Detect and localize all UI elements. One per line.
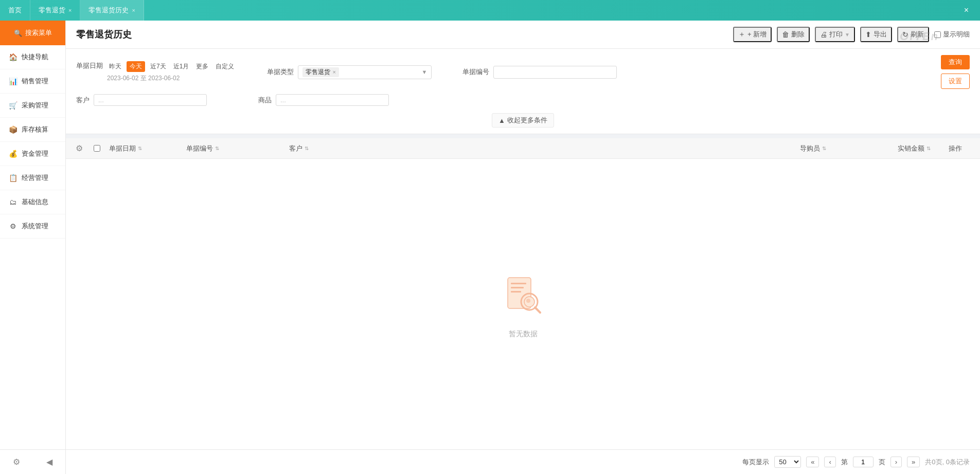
th-date[interactable]: 单据日期 ⇅ <box>105 144 182 153</box>
tab-list: 首页零售退货×零售退货历史× <box>0 0 961 21</box>
th-amount[interactable]: 实销金额 ⇅ <box>873 144 935 153</box>
export-button[interactable]: ⬆ 导出 <box>860 27 892 42</box>
prev-page-button[interactable]: ‹ <box>824 457 835 467</box>
print-button[interactable]: 🖨 打印 ▼ <box>815 27 855 42</box>
settings-button[interactable]: 设置 <box>941 74 970 89</box>
date-range-text: 2023-06-02 至 2023-06-02 <box>107 74 236 83</box>
customer-filter-group: 客户 ... <box>76 94 207 106</box>
tab-close-icon[interactable]: × <box>68 7 72 13</box>
goods-placeholder: ... <box>280 96 286 104</box>
tab-label: 零售退货历史 <box>88 6 129 15</box>
date-1month-btn[interactable]: 近1月 <box>171 61 191 72</box>
tab-零售退货历史[interactable]: 零售退货历史× <box>80 0 144 21</box>
print-label: 打印 <box>829 30 843 39</box>
sidebar-item-icon: 📋 <box>8 173 17 183</box>
table-area: ⚙ 单据日期 ⇅ 单据编号 ⇅ 客户 ⇅ 导购员 ⇅ <box>66 138 980 449</box>
th-action-label: 操作 <box>949 144 962 153</box>
tab-label: 零售退货 <box>39 6 65 15</box>
new-button[interactable]: ＋ + 新增 <box>733 27 772 42</box>
sidebar-item-基础信息[interactable]: 🗂 基础信息 <box>0 190 65 214</box>
page-unit: 页 <box>879 458 885 467</box>
th-guide-label: 导购员 <box>800 144 820 153</box>
th-guide[interactable]: 导购员 ⇅ <box>796 144 873 153</box>
sidebar: 🔍 搜索菜单 🏠 快捷导航 📊 销售管理 🛒 采购管理 📦 库存核算 💰 资金管… <box>0 21 66 474</box>
svg-rect-2 <box>511 287 524 288</box>
type-tag-close[interactable]: × <box>332 69 335 75</box>
sidebar-menu: 🏠 快捷导航 📊 销售管理 🛒 采购管理 📦 库存核算 💰 资金管理 📋 经营管… <box>0 45 65 449</box>
sidebar-item-label: 经营管理 <box>22 173 48 183</box>
table-settings-icon[interactable]: ⚙ <box>70 143 88 153</box>
refresh-button[interactable]: ↻ 刷新 <box>897 27 929 42</box>
first-page-button[interactable]: « <box>806 457 819 467</box>
empty-text: 暂无数据 <box>509 330 538 339</box>
type-filter-label: 单据类型 <box>267 67 294 77</box>
sidebar-item-销售管理[interactable]: 📊 销售管理 <box>0 69 65 94</box>
sidebar-item-label: 系统管理 <box>22 222 48 231</box>
table-select-all-checkbox[interactable] <box>88 145 105 152</box>
date-filter-label: 单据日期 <box>76 61 103 70</box>
per-page-select[interactable]: 50 10 20 100 <box>774 456 801 468</box>
date-options: 昨天 今天 近7天 近1月 更多 自定义 2023-06-02 至 2023-0… <box>107 61 236 83</box>
query-button[interactable]: 查询 <box>941 55 970 69</box>
print-arrow-icon: ▼ <box>845 32 850 38</box>
th-customer[interactable]: 客户 ⇅ <box>285 144 796 153</box>
delete-button[interactable]: 🗑 删除 <box>777 27 810 42</box>
date-today-btn[interactable]: 今天 <box>127 61 145 72</box>
customer-select[interactable]: ... <box>94 94 207 106</box>
per-page-label: 每页显示 <box>742 458 769 467</box>
date-yesterday-btn[interactable]: 昨天 <box>107 61 123 72</box>
th-num[interactable]: 单据编号 ⇅ <box>182 144 285 153</box>
sidebar-item-采购管理[interactable]: 🛒 采购管理 <box>0 94 65 118</box>
th-guide-sort-icon: ⇅ <box>822 145 826 151</box>
window-close-button[interactable]: × <box>961 5 972 16</box>
refresh-label: 刷新 <box>911 30 924 39</box>
new-label: + 新增 <box>747 30 767 39</box>
collapse-up-icon: ▲ <box>498 117 505 124</box>
svg-rect-1 <box>511 283 526 284</box>
th-customer-label: 客户 <box>289 144 302 153</box>
last-page-button[interactable]: » <box>907 457 920 467</box>
th-num-sort-icon: ⇅ <box>215 145 219 151</box>
sidebar-item-经营管理[interactable]: 📋 经营管理 <box>0 166 65 190</box>
num-filter-label: 单据编号 <box>462 67 489 77</box>
display-detail-toggle[interactable]: 显示明细 <box>934 30 970 39</box>
collapse-button[interactable]: ▲ 收起更多条件 <box>492 113 554 127</box>
sidebar-search-button[interactable]: 🔍 搜索菜单 <box>0 21 65 45</box>
sidebar-item-系统管理[interactable]: ⚙ 系统管理 <box>0 214 65 239</box>
type-select-arrow-icon: ▼ <box>421 69 427 75</box>
date-custom-btn[interactable]: 自定义 <box>213 61 236 72</box>
next-page-button[interactable]: › <box>890 457 902 467</box>
search-icon: 🔍 <box>14 29 22 37</box>
top-bar-right: × <box>961 5 980 16</box>
sidebar-item-icon: 🛒 <box>8 101 17 110</box>
th-amount-label: 实销金额 <box>898 144 924 153</box>
collapse-sidebar-icon[interactable]: ◀ <box>46 457 52 467</box>
page-title: 零售退货历史 <box>76 28 132 41</box>
settings-bottom-icon[interactable]: ⚙ <box>13 457 20 467</box>
sidebar-item-icon: ⚙ <box>8 222 17 231</box>
tab-零售退货[interactable]: 零售退货× <box>30 0 80 21</box>
tab-首页[interactable]: 首页 <box>0 0 30 21</box>
goods-select[interactable]: ... <box>276 94 389 106</box>
th-customer-sort-icon: ⇅ <box>305 145 309 151</box>
sidebar-bottom: ⚙ ◀ <box>0 449 65 474</box>
sidebar-item-icon: 📦 <box>8 125 17 134</box>
sidebar-item-快捷导航[interactable]: 🏠 快捷导航 <box>0 45 65 69</box>
th-date-sort-icon: ⇅ <box>138 145 142 151</box>
customer-filter-label: 客户 <box>76 96 90 105</box>
display-detail-checkbox[interactable] <box>934 31 941 38</box>
query-actions: 查询 设置 <box>941 55 970 89</box>
date-7days-btn[interactable]: 近7天 <box>148 61 168 72</box>
date-more-btn[interactable]: 更多 <box>194 61 210 72</box>
select-all-input[interactable] <box>94 145 100 152</box>
tab-label: 首页 <box>8 6 22 15</box>
tab-close-icon[interactable]: × <box>132 7 135 13</box>
sidebar-item-库存核算[interactable]: 📦 库存核算 <box>0 118 65 142</box>
sidebar-item-label: 采购管理 <box>22 101 48 110</box>
page-number-input[interactable] <box>853 457 874 467</box>
num-filter-input[interactable] <box>493 66 617 79</box>
refresh-icon: ↻ <box>902 30 908 39</box>
num-filter-group: 单据编号 <box>462 66 617 79</box>
sidebar-item-资金管理[interactable]: 💰 资金管理 <box>0 142 65 166</box>
type-select[interactable]: 零售退货 × ▼ <box>298 65 432 79</box>
